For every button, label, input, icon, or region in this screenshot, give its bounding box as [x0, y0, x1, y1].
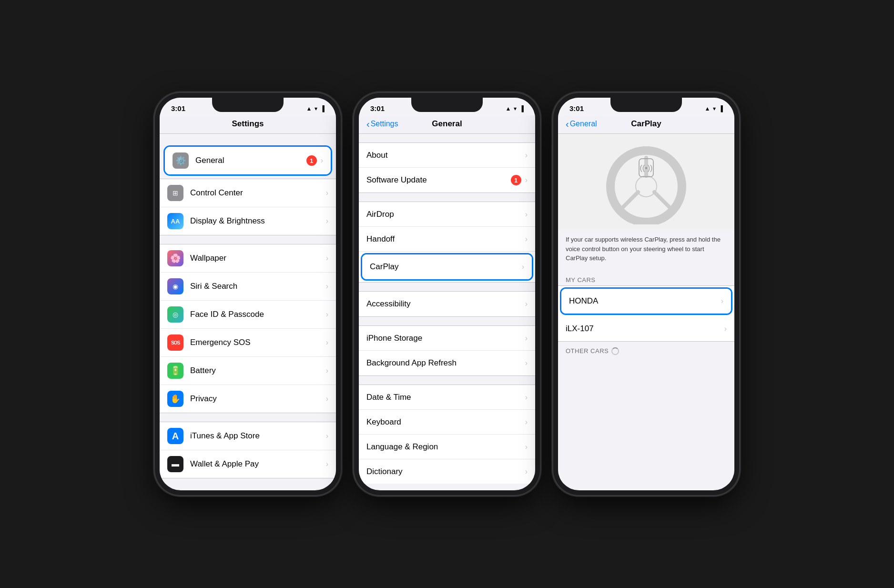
settings-item-privacy[interactable]: ✋ Privacy › — [160, 385, 336, 413]
general-group-1: About › Software Update 1 › — [359, 142, 535, 193]
general-item-software[interactable]: Software Update 1 › — [359, 168, 535, 193]
screen-settings: 3:01 ▲ ▾ ▐ Settings ⚙️ General 1 › — [160, 98, 336, 490]
status-time-3: 3:01 — [569, 104, 584, 112]
general-item-handoff[interactable]: Handoff › — [359, 227, 535, 252]
signal-icon-3: ▲ — [705, 105, 711, 112]
software-badge: 1 — [511, 175, 521, 185]
about-chevron: › — [525, 151, 528, 160]
settings-item-battery[interactable]: 🔋 Battery › — [160, 357, 336, 385]
general-group-3: Accessibility › — [359, 291, 535, 317]
signal-icon-2: ▲ — [506, 105, 511, 112]
wallet-icon: ▬ — [167, 456, 183, 472]
battery-chevron: › — [326, 366, 328, 375]
general-list[interactable]: About › Software Update 1 › AirDrop › Ha… — [359, 134, 535, 484]
general-label: General — [195, 156, 306, 165]
general-group-4: iPhone Storage › Background App Refresh … — [359, 325, 535, 376]
wifi-icon-2: ▾ — [514, 105, 517, 112]
settings-item-faceid[interactable]: ◎ Face ID & Passcode › — [160, 301, 336, 329]
battery-icon-3: ▐ — [719, 105, 723, 112]
display-chevron: › — [326, 217, 328, 225]
screen-carplay: 3:01 ▲ ▾ ▐ ‹ General CarPlay — [558, 98, 734, 490]
other-cars-label: OTHER CARS — [566, 347, 609, 355]
status-icons-3: ▲ ▾ ▐ — [705, 105, 723, 112]
storage-chevron: › — [525, 334, 528, 343]
siri-icon: ◉ — [167, 278, 183, 294]
nav-bar-carplay: ‹ General CarPlay — [558, 115, 734, 134]
general-item-datetime[interactable]: Date & Time › — [359, 385, 535, 410]
general-item-storage[interactable]: iPhone Storage › — [359, 326, 535, 351]
settings-list[interactable]: ⚙️ General 1 › ⊞ Control Center › AA Dis… — [160, 134, 336, 484]
general-item-keyboard[interactable]: Keyboard › — [359, 410, 535, 435]
honda-highlighted-group: HONDA › — [560, 287, 732, 315]
general-item-language[interactable]: Language & Region › — [359, 435, 535, 459]
control-center-icon: ⊞ — [167, 185, 183, 201]
settings-item-general[interactable]: ⚙️ General 1 › — [165, 147, 331, 174]
settings-group-2: 🌸 Wallpaper › ◉ Siri & Search › ◎ Face I… — [160, 244, 336, 413]
honda-chevron: › — [721, 297, 723, 305]
iphone-carplay: 3:01 ▲ ▾ ▐ ‹ General CarPlay — [553, 93, 739, 495]
settings-item-itunes[interactable]: A iTunes & App Store › — [160, 422, 336, 450]
general-item-airdrop[interactable]: AirDrop › — [359, 202, 535, 227]
control-center-chevron: › — [326, 189, 328, 197]
datetime-chevron: › — [525, 393, 528, 402]
wallet-label: Wallet & Apple Pay — [190, 459, 326, 469]
carplay-chevron: › — [522, 263, 524, 271]
iphone-settings: 3:01 ▲ ▾ ▐ Settings ⚙️ General 1 › — [155, 93, 341, 495]
language-label: Language & Region — [366, 442, 525, 452]
general-item-accessibility[interactable]: Accessibility › — [359, 292, 535, 316]
settings-item-wallet[interactable]: ▬ Wallet & Apple Pay › — [160, 450, 336, 478]
control-center-label: Control Center — [190, 188, 326, 198]
other-cars-spinner — [611, 347, 619, 355]
my-cars-group: HONDA › iLX-107 › — [558, 285, 734, 342]
privacy-label: Privacy — [190, 394, 326, 404]
screen-general: 3:01 ▲ ▾ ▐ ‹ Settings General About › — [359, 98, 535, 490]
nav-back-arrow-general: ‹ — [366, 119, 370, 129]
general-item-about[interactable]: About › — [359, 143, 535, 168]
iphone-general: 3:01 ▲ ▾ ▐ ‹ Settings General About › — [354, 93, 540, 495]
sos-label: Emergency SOS — [190, 338, 326, 347]
general-group-2: AirDrop › Handoff › CarPlay › — [359, 202, 535, 283]
nav-bar-general: ‹ Settings General — [359, 115, 535, 134]
other-cars-row: OTHER CARS — [558, 342, 734, 361]
carplay-description-text: If your car supports wireless CarPlay, p… — [566, 236, 721, 262]
general-item-background[interactable]: Background App Refresh › — [359, 351, 535, 375]
steering-wheel-container: ((•)) — [558, 134, 734, 229]
battery-label: Battery — [190, 366, 326, 375]
nav-back-carplay[interactable]: ‹ General — [566, 120, 597, 129]
nav-bar-settings: Settings — [160, 115, 336, 134]
signal-icon: ▲ — [306, 105, 312, 112]
my-cars-header: MY CARS — [558, 273, 734, 285]
status-icons-2: ▲ ▾ ▐ — [506, 105, 524, 112]
language-chevron: › — [525, 443, 528, 451]
settings-item-sos[interactable]: SOS Emergency SOS › — [160, 329, 336, 357]
settings-item-siri[interactable]: ◉ Siri & Search › — [160, 273, 336, 301]
battery-icon-2: ▐ — [519, 105, 524, 112]
general-highlighted-group: ⚙️ General 1 › — [163, 145, 332, 176]
wallpaper-chevron: › — [326, 254, 328, 263]
general-icon: ⚙️ — [173, 152, 189, 169]
handoff-chevron: › — [525, 235, 528, 243]
carplay-item-ilx107[interactable]: iLX-107 › — [558, 316, 734, 341]
general-group-5: Date & Time › Keyboard › Language & Regi… — [359, 385, 535, 484]
general-chevron: › — [321, 156, 323, 165]
keyboard-chevron: › — [525, 418, 528, 426]
settings-item-display[interactable]: AA Display & Brightness › — [160, 207, 336, 235]
carplay-highlighted-group: CarPlay › — [361, 253, 533, 281]
settings-item-wallpaper[interactable]: 🌸 Wallpaper › — [160, 244, 336, 273]
wallet-chevron: › — [326, 460, 328, 468]
carplay-content[interactable]: ((•)) If your car supports wireless CarP… — [558, 134, 734, 484]
general-item-carplay[interactable]: CarPlay › — [362, 254, 532, 279]
nav-back-label-carplay: General — [570, 120, 597, 128]
nav-back-general[interactable]: ‹ Settings — [366, 120, 398, 129]
svg-line-3 — [621, 192, 638, 209]
display-label: Display & Brightness — [190, 216, 326, 226]
general-item-dictionary[interactable]: Dictionary › — [359, 459, 535, 484]
carplay-item-honda[interactable]: HONDA › — [561, 289, 731, 314]
settings-item-control-center[interactable]: ⊞ Control Center › — [160, 179, 336, 207]
notch-3 — [610, 98, 682, 112]
background-chevron: › — [525, 359, 528, 367]
ilx107-chevron: › — [724, 324, 727, 333]
privacy-chevron: › — [326, 395, 328, 403]
notch — [212, 98, 284, 112]
dictionary-label: Dictionary — [366, 467, 525, 476]
